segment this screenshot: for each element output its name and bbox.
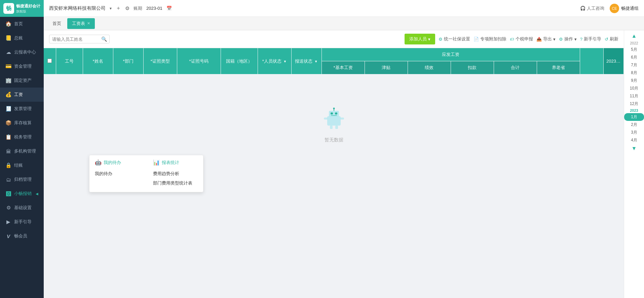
svg-rect-7 [330,126,333,129]
company-dropdown-icon[interactable]: ▾ [110,6,112,11]
search-icon: 🔍 [101,36,107,42]
tab-close-icon[interactable]: ✕ [87,21,90,26]
add-company-icon[interactable]: ＋ [116,5,121,12]
th-performance: 绩效 [408,61,451,74]
select-all-checkbox[interactable] [47,59,52,63]
expand-icon: ◀ [36,192,38,196]
svg-rect-4 [331,115,337,116]
fixed-assets-icon: 🏢 [5,77,11,84]
member-icon: V [5,233,11,239]
operation-button[interactable]: ⚙ 操作 ▾ [559,36,577,42]
logo-icon: 畅 [3,3,14,14]
select-all-header[interactable] [44,48,56,74]
period-value: 2023-01 [146,6,162,11]
basic-icon: ⚙ [5,205,11,211]
main: 西安虾米网络科技有限公司 ▾ ＋ ⚙ 账期 2023-01 📅 🎧 人工咨询 C… [44,0,644,298]
sidebar-item-inventory[interactable]: 📦 库存核算 [0,116,44,130]
inventory-icon: 📦 [5,120,11,126]
month-2022-5[interactable]: 5月 [624,46,644,54]
content-area: 🔍 添加人员 ▾ ⚙ 统一社保设置 📄 专项附加扣除 [44,30,644,298]
tab-home[interactable]: 首页 [48,18,66,29]
tax-report-button[interactable]: 🏷 个税申报 [510,36,533,42]
sidebar-item-archive[interactable]: 🗂 归档管理 [0,172,44,187]
sidebar-item-close[interactable]: 🔒 结账 [0,158,44,172]
sidebar-item-guide[interactable]: ▶ 新手引导 [0,215,44,229]
year-2023-label: 2023 [624,108,644,113]
sidebar-item-funds[interactable]: 💳 资金管理 [0,59,44,73]
sidebar-item-invoice[interactable]: 🧾 发票管理 [0,102,44,116]
year-2023-section: 2023 1月 2月 3月 4月 [624,108,644,144]
nav-up-button[interactable]: ▲ [630,32,638,40]
period-label: 账期 [134,5,142,11]
svg-point-6 [333,108,335,109]
dropdown-col1-title: 🤖 我的待办 [95,159,140,166]
nav-down-button[interactable]: ▼ [630,144,638,153]
month-2022-9[interactable]: 9月 [624,77,644,85]
month-2022-10[interactable]: 10月 [624,85,644,92]
guide-action-icon: ? [580,37,582,42]
sidebar-item-expense[interactable]: 🅾 小畅报销 ◀ [0,187,44,201]
month-2023-4[interactable]: 4月 [624,136,644,144]
refresh-button[interactable]: ↺ 刷新 [605,36,618,42]
calendar-icon[interactable]: 📅 [166,6,172,11]
th-base-salary: *基本工资 [321,61,365,74]
dropdown-item-todo[interactable]: 我的待办 [95,169,140,178]
month-2023-1[interactable]: 1月 [624,113,644,121]
expense-icon: 🅾 [5,191,11,197]
month-2022-12[interactable]: 12月 [624,100,644,108]
month-2022-6[interactable]: 6月 [624,54,644,61]
special-deduct-icon: 📄 [473,37,479,42]
search-box[interactable]: 🔍 [49,35,110,43]
submit-filter-icon[interactable]: ▼ [314,60,318,63]
user-menu[interactable]: CE 畅捷通组 [610,4,639,13]
logo-title: 畅捷通好会计 [16,3,40,9]
user-name: 畅捷通组 [621,5,639,11]
status-filter-icon[interactable]: ▼ [283,60,287,63]
sidebar-item-tax[interactable]: 📋 税务管理 [0,130,44,144]
dropdown-item-dept-stat[interactable]: 部门费用类型统计表 [153,178,198,188]
dropdown-col2-title: 📊 报表统计 [153,159,198,166]
export-button[interactable]: 📤 导出 ▾ [536,36,556,42]
social-insurance-button[interactable]: ⚙ 统一社保设置 [439,36,470,42]
sidebar-item-member[interactable]: V 畅会员 [0,229,44,243]
social-insurance-icon: ⚙ [439,37,443,42]
guide-button[interactable]: ? 新手引导 [580,36,601,42]
sidebar-item-ledger[interactable]: 📒 总账 [0,31,44,45]
add-person-button[interactable]: 添加人员 ▾ [405,34,435,44]
table-toolbar: 🔍 添加人员 ▾ ⚙ 统一社保设置 📄 专项附加扣除 [44,30,624,48]
expense-dropdown: 🤖 我的待办 我的待办 📊 报表统计 费用趋势分析 部门费用类型统计表 [89,155,203,192]
service-button[interactable]: 🎧 人工咨询 [580,5,604,11]
month-2023-3[interactable]: 3月 [624,129,644,136]
svg-rect-10 [340,118,344,120]
sidebar-item-salary[interactable]: 💰 工资 [0,88,44,102]
svg-rect-3 [335,112,337,114]
month-2022-11[interactable]: 11月 [624,92,644,100]
cloud-icon: ☁ [5,49,11,55]
dropdown-item-trend[interactable]: 费用趋势分析 [153,169,198,178]
sidebar-item-basic[interactable]: ⚙ 基础设置 [0,201,44,215]
guide-icon: ▶ [5,219,11,225]
sidebar-item-fixed-assets[interactable]: 🏢 固定资产 [0,73,44,88]
search-input[interactable] [52,37,99,42]
sidebar-item-cloud-report[interactable]: ☁ 云报表中心 [0,45,44,59]
month-2022-8[interactable]: 8月 [624,69,644,77]
refresh-icon: ↺ [605,37,608,42]
company-name: 西安虾米网络科技有限公司 [49,5,106,11]
sidebar-nav: 🏠 首页 📒 总账 ☁ 云报表中心 💳 资金管理 🏢 固定资产 💰 工资 🧾 发… [0,17,44,298]
th-total: 合计 [494,61,537,74]
tab-salary-table[interactable]: 工资表 ✕ [67,18,95,29]
archive-icon: 🗂 [5,177,11,183]
th-name: *姓名 [83,48,113,74]
avatar: CE [610,4,619,13]
special-deduct-button[interactable]: 📄 专项附加扣除 [473,36,506,42]
svg-rect-2 [331,112,333,114]
sidebar-item-multi-org[interactable]: 🏛 多机构管理 [0,144,44,158]
salary-icon: 💰 [5,92,11,98]
th-deduct: 扣款 [451,61,494,74]
sidebar-item-home[interactable]: 🏠 首页 [0,17,44,31]
month-2023-2[interactable]: 2月 [624,121,644,129]
settings-icon[interactable]: ⚙ [125,5,129,11]
th-allowance: 津贴 [365,61,408,74]
operation-icon: ⚙ [559,37,563,42]
month-2022-7[interactable]: 7月 [624,61,644,69]
